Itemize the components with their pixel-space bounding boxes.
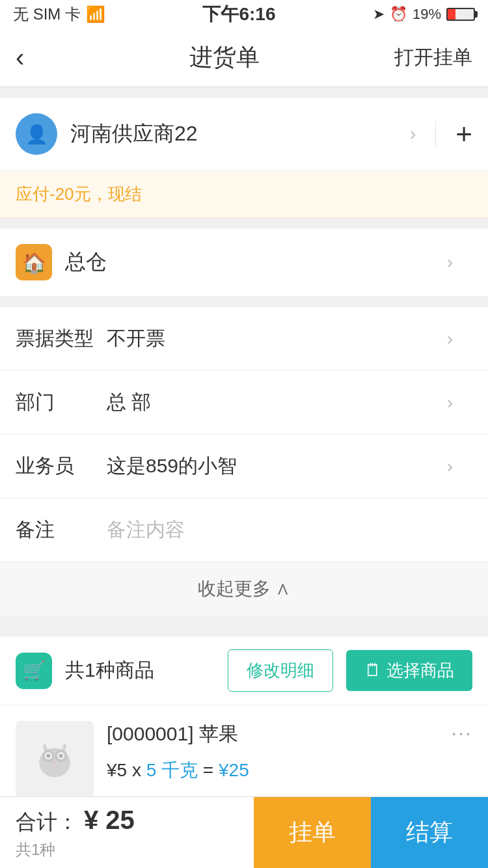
product-code: [0000001] <box>107 723 193 744</box>
quantity-value: 5 <box>146 760 157 780</box>
salesman-chevron-icon: › <box>447 456 453 477</box>
supplier-row[interactable]: 👤 河南供应商22 › + <box>0 98 488 171</box>
salesman-value: 这是859的小智 <box>107 453 447 480</box>
svg-point-6 <box>59 753 62 757</box>
remark-label: 备注 <box>16 517 107 543</box>
supplier-section: 👤 河南供应商22 › + 应付-20元，现结 <box>0 98 488 218</box>
cart-icon: 🛒 <box>23 660 46 681</box>
department-label: 部门 <box>16 389 107 416</box>
total-area: 合计： ¥ 25 共1种 <box>0 797 254 868</box>
pending-button[interactable]: 挂单 <box>254 797 371 868</box>
remark-row[interactable]: 备注 备注内容 <box>0 498 488 562</box>
price-value: ¥5 <box>107 760 127 780</box>
total-amount: ¥ 25 <box>84 806 135 834</box>
bottom-bar: 合计： ¥ 25 共1种 挂单 结算 <box>0 796 488 868</box>
price-equals: = <box>203 760 219 780</box>
total-main: 合计： ¥ 25 <box>16 806 238 837</box>
invoice-row[interactable]: 票据类型 不开票 › <box>0 306 488 370</box>
status-bar: 无 SIM 卡 📶 下午6:16 ➤ ⏰ 19% <box>0 0 488 29</box>
product-more-button[interactable]: ··· <box>451 721 472 745</box>
total-value: ¥25 <box>219 760 249 780</box>
department-row[interactable]: 部门 总 部 › <box>0 370 488 434</box>
product-name: [0000001] 苹果 <box>107 721 438 748</box>
add-supplier-button[interactable]: + <box>455 120 472 148</box>
divider-4 <box>0 616 488 626</box>
avatar-icon: 👤 <box>25 124 48 145</box>
open-pending-button[interactable]: 打开挂单 <box>394 44 472 71</box>
divider-1 <box>0 87 488 98</box>
total-sub: 共1种 <box>16 839 238 860</box>
divider-2 <box>0 218 488 228</box>
total-label: 合计： <box>16 810 78 834</box>
product-info: [0000001] 苹果 ¥5 x 5 千克 = ¥25 <box>107 721 438 783</box>
product-owl-icon <box>29 734 81 786</box>
salesman-row[interactable]: 业务员 这是859的小智 › <box>0 434 488 498</box>
battery-icon <box>446 8 475 21</box>
supplier-name: 河南供应商22 <box>70 120 410 148</box>
notice-bar: 应付-20元，现结 <box>0 171 488 218</box>
department-value: 总 部 <box>107 389 447 416</box>
modify-detail-button[interactable]: 修改明细 <box>228 649 333 692</box>
status-time: 下午6:16 <box>202 2 275 27</box>
warehouse-chevron-icon: › <box>447 252 453 273</box>
department-chevron-icon: › <box>447 392 453 413</box>
invoice-chevron-icon: › <box>447 329 453 349</box>
svg-point-5 <box>46 753 50 757</box>
supplier-chevron-icon: › <box>410 124 416 144</box>
product-title: 苹果 <box>199 723 238 744</box>
collapse-bar[interactable]: 收起更多 ∧ <box>0 562 488 616</box>
products-icon: 🛒 <box>16 653 52 689</box>
select-product-button[interactable]: 🗒 选择商品 <box>346 650 472 691</box>
invoice-value: 不开票 <box>107 325 447 352</box>
invoice-label: 票据类型 <box>16 325 107 352</box>
unit-value: 千克 <box>161 760 198 780</box>
supplier-avatar: 👤 <box>16 113 57 155</box>
form-section: 票据类型 不开票 › 部门 总 部 › 业务员 这是859的小智 › 备注 备注… <box>0 306 488 562</box>
products-section: 🛒 共1种商品 修改明细 🗒 选择商品 <box>0 636 488 815</box>
wifi-icon: 📶 <box>86 5 105 23</box>
divider-3 <box>0 296 488 306</box>
supplier-divider <box>435 121 436 147</box>
location-icon: ➤ <box>373 6 385 23</box>
select-label: 选择商品 <box>386 659 454 682</box>
battery-label: 19% <box>413 6 441 23</box>
select-icon: 🗒 <box>364 660 381 681</box>
alarm-icon: ⏰ <box>390 6 407 23</box>
back-button[interactable]: ‹ <box>16 43 55 72</box>
warehouse-section[interactable]: 🏠 总仓 › <box>0 228 488 296</box>
products-count: 共1种商品 <box>65 657 215 684</box>
nav-bar: ‹ 进货单 打开挂单 <box>0 29 488 87</box>
carrier-label: 无 SIM 卡 <box>13 4 81 25</box>
price-multiply: x <box>132 760 146 780</box>
remark-input[interactable]: 备注内容 <box>107 517 472 543</box>
warehouse-name: 总仓 <box>65 248 447 277</box>
warehouse-row[interactable]: 🏠 总仓 › <box>0 228 488 296</box>
salesman-label: 业务员 <box>16 453 107 480</box>
warehouse-icon: 🏠 <box>16 244 52 280</box>
page-title: 进货单 <box>55 42 394 74</box>
status-right: ➤ ⏰ 19% <box>373 6 475 23</box>
products-header: 🛒 共1种商品 修改明细 🗒 选择商品 <box>0 636 488 705</box>
product-price: ¥5 x 5 千克 = ¥25 <box>107 758 438 783</box>
product-thumbnail <box>16 721 94 799</box>
status-left: 无 SIM 卡 📶 <box>13 4 105 25</box>
checkout-button[interactable]: 结算 <box>371 797 488 868</box>
